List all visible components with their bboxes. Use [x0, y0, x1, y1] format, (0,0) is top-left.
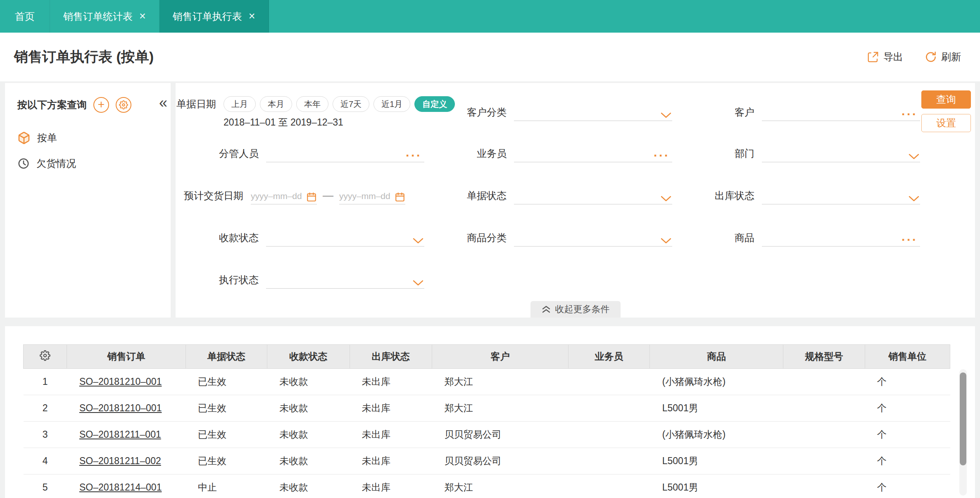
chevron-down-icon [413, 280, 423, 286]
preset-this-year[interactable]: 本年 [296, 96, 328, 112]
order-link[interactable]: SO–20181210–001 [79, 376, 162, 387]
filter-panel: 单据日期 上月 本月 本年 近7天 近1月 自定义 2018–11–01 至 2… [176, 83, 975, 318]
customer-label: 客户 [672, 104, 754, 120]
customer-cell: 贝贝贸易公司 [432, 448, 568, 474]
salesman-cell [568, 448, 649, 474]
row-number: 2 [24, 395, 67, 422]
preset-this-month[interactable]: 本月 [260, 96, 292, 112]
manager-picker[interactable]: ··· [266, 145, 424, 162]
outbound-status-cell: 未出库 [350, 395, 432, 422]
sidebar-title: 按以下方案查询 [17, 98, 87, 111]
salesman-cell [568, 369, 649, 395]
execution-status-field: 执行状态 [176, 271, 424, 289]
order-cell: SO–20181210–001 [67, 395, 186, 422]
preset-last-7-days[interactable]: 近7天 [333, 96, 369, 112]
date-range-value[interactable]: 2018–11–01 至 2019–12–31 [224, 116, 455, 129]
outbound-status-cell: 未出库 [350, 448, 432, 474]
customer-field: 客户 ··· [672, 96, 920, 121]
content-row: 按以下方案查询 + « 按单 欠货情况 [5, 83, 975, 318]
salesman-picker[interactable]: ··· [514, 145, 672, 162]
gear-icon [40, 350, 50, 361]
department-select[interactable] [762, 145, 920, 162]
delivery-date-field: 预计交货日期 — [176, 187, 424, 204]
sidebar-item-by-order[interactable]: 按单 [17, 125, 171, 151]
sidebar-item-backorder[interactable]: 欠货情况 [17, 151, 171, 176]
execution-status-select[interactable] [266, 271, 424, 289]
column-header-spec[interactable]: 规格型号 [783, 345, 865, 369]
product-category-select[interactable] [514, 229, 672, 247]
order-link[interactable]: SO–20181214–001 [79, 482, 162, 493]
unit-cell: 个 [865, 448, 950, 474]
add-scheme-button[interactable]: + [93, 97, 109, 113]
spec-cell [783, 474, 865, 498]
spec-cell [783, 448, 865, 474]
column-header-payment-status[interactable]: 收款状态 [267, 345, 350, 369]
collapse-more-conditions[interactable]: 收起更多条件 [530, 301, 621, 318]
tab-sales-order-execution[interactable]: 销售订单执行表 × [159, 0, 269, 33]
tab-label: 销售订单统计表 [63, 10, 133, 23]
sidebar-collapse-icon[interactable]: « [159, 95, 167, 110]
header-actions: 导出 刷新 [867, 50, 961, 64]
sidebar-header: 按以下方案查询 + [17, 97, 171, 113]
unit-cell: 个 [865, 474, 950, 498]
product-field: 商品 ··· [672, 229, 920, 247]
query-button[interactable]: 查询 [921, 90, 971, 109]
scrollbar-thumb[interactable] [960, 372, 966, 465]
column-header-product[interactable]: 商品 [650, 345, 783, 369]
outbound-status-cell: 未出库 [350, 422, 432, 448]
date-range-separator: — [323, 189, 333, 204]
order-link[interactable]: SO–20181211–002 [79, 455, 161, 466]
calendar-icon[interactable] [306, 192, 317, 202]
calendar-icon[interactable] [395, 192, 405, 202]
clock-icon [17, 157, 30, 170]
sidebar-item-label: 欠货情况 [36, 157, 76, 170]
doc-status-label: 单据状态 [424, 189, 507, 202]
payment-status-select[interactable] [266, 229, 424, 247]
doc-date-field: 单据日期 上月 本月 本年 近7天 近1月 自定义 2018–11–01 至 2… [176, 96, 424, 129]
column-header-doc-status[interactable]: 单据状态 [186, 345, 267, 369]
chevron-down-icon [661, 196, 671, 202]
settings-button[interactable]: 设置 [921, 114, 971, 132]
order-link[interactable]: SO–20181210–001 [79, 403, 162, 413]
chevron-down-icon [661, 238, 671, 244]
vertical-scrollbar[interactable] [959, 369, 967, 496]
ellipsis-icon: ··· [406, 149, 422, 162]
filter-buttons: 查询 设置 [921, 90, 971, 132]
manager-field: 分管人员 ··· [176, 145, 424, 162]
export-icon [867, 51, 879, 63]
close-icon[interactable]: × [249, 11, 255, 22]
chevron-down-icon [909, 154, 919, 159]
outbound-status-select[interactable] [762, 187, 920, 204]
column-header-salesman[interactable]: 业务员 [568, 345, 649, 369]
product-picker[interactable]: ··· [762, 229, 920, 247]
refresh-button[interactable]: 刷新 [925, 50, 961, 64]
delivery-date-label: 预计交货日期 [176, 189, 243, 202]
scheme-settings-button[interactable] [116, 97, 131, 113]
spec-cell [783, 395, 865, 422]
doc-status-cell: 中止 [186, 474, 267, 498]
sidebar-items: 按单 欠货情况 [17, 125, 171, 176]
table-body: 1SO–20181210–001已生效未收款未出库郑大江(小猪佩琦水枪)个2SO… [24, 369, 950, 498]
column-header-order[interactable]: 销售订单 [67, 345, 186, 369]
column-header-customer[interactable]: 客户 [432, 345, 568, 369]
customer-category-select[interactable] [514, 104, 672, 121]
outbound-status-label: 出库状态 [672, 189, 754, 202]
preset-last-1-month[interactable]: 近1月 [373, 96, 410, 112]
export-button[interactable]: 导出 [867, 50, 903, 64]
close-icon[interactable]: × [139, 11, 146, 22]
doc-status-select[interactable] [514, 187, 672, 204]
order-link[interactable]: SO–20181211–001 [79, 429, 161, 440]
row-number: 4 [24, 448, 67, 474]
sidebar-item-label: 按单 [37, 131, 57, 145]
salesman-cell [568, 395, 649, 422]
unit-cell: 个 [865, 422, 950, 448]
preset-last-month[interactable]: 上月 [224, 96, 256, 112]
tab-sales-order-statistics[interactable]: 销售订单统计表 × [50, 0, 159, 33]
column-settings-button[interactable] [24, 345, 67, 369]
customer-picker[interactable]: ··· [762, 104, 920, 121]
column-header-unit[interactable]: 销售单位 [865, 345, 950, 369]
salesman-cell [568, 474, 649, 498]
tab-home[interactable]: 首页 [0, 0, 50, 33]
column-header-outbound-status[interactable]: 出库状态 [350, 345, 432, 369]
tab-label: 销售订单执行表 [173, 10, 242, 23]
